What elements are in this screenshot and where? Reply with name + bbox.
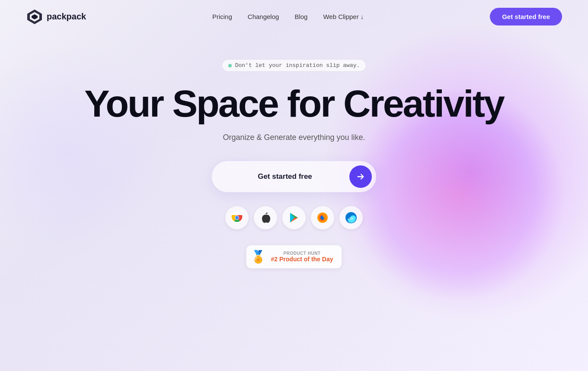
arrow-right-icon (356, 172, 365, 181)
navbar: packpack Pricing Changelog Blog Web Clip… (0, 0, 588, 33)
hero-section: Don't let your inspiration slip away. Yo… (0, 33, 588, 269)
cta-arrow-button[interactable] (349, 165, 372, 188)
hero-title: Your Space for Creativity (84, 84, 504, 124)
inspiration-badge: Don't let your inspiration slip away. (222, 59, 367, 72)
apple-icon[interactable] (254, 206, 277, 229)
nav-pricing[interactable]: Pricing (212, 13, 232, 20)
cta-container[interactable]: Get started free (212, 161, 376, 192)
logo[interactable]: packpack (26, 8, 86, 25)
badge-text: Don't let your inspiration slip away. (235, 62, 360, 69)
logo-text: packpack (47, 12, 86, 22)
ph-label: PRODUCT HUNT (271, 251, 333, 256)
browser-icons-row (225, 206, 363, 229)
hero-subtitle: Organize & Generate everything you like. (223, 133, 365, 142)
nav-changelog[interactable]: Changelog (248, 13, 279, 20)
edge-icon[interactable] (339, 206, 363, 229)
nav-cta-button[interactable]: Get started free (490, 8, 562, 25)
logo-icon (26, 8, 43, 25)
ph-medal-icon: 🏅 (251, 250, 266, 264)
product-hunt-badge[interactable]: 🏅 PRODUCT HUNT #2 Product of the Day (246, 245, 342, 269)
badge-dot (228, 64, 232, 67)
google-play-icon[interactable] (282, 206, 306, 229)
chrome-icon[interactable] (225, 206, 249, 229)
cta-label: Get started free (229, 172, 341, 181)
nav-web-clipper[interactable]: Web Clipper ↓ (323, 13, 364, 20)
ph-rank: #2 Product of the Day (271, 256, 333, 263)
svg-point-6 (235, 216, 239, 219)
firefox-icon[interactable] (311, 206, 334, 229)
nav-links: Pricing Changelog Blog Web Clipper ↓ (212, 13, 364, 20)
nav-blog[interactable]: Blog (294, 13, 307, 20)
ph-text: PRODUCT HUNT #2 Product of the Day (271, 251, 333, 263)
